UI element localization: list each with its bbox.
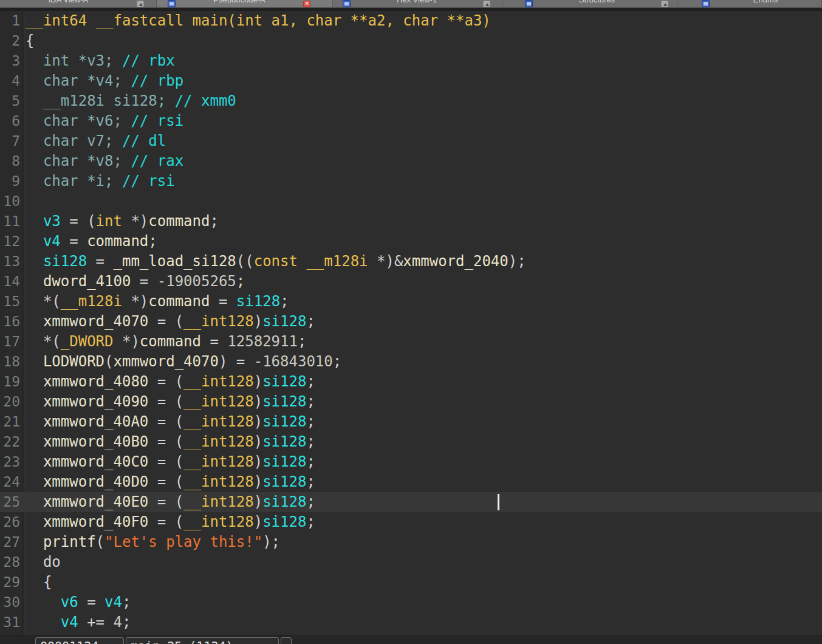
code-line[interactable]: 19 xmmword_4080 = (__int128)si128;: [0, 372, 822, 392]
close-icon[interactable]: [303, 1, 310, 7]
tab-pseudocode-a[interactable]: Pseudocode-A: [157, 0, 333, 8]
code-text: printf("Let's play this!");: [24, 532, 280, 552]
code-text: char v7; // dl: [24, 131, 166, 151]
code-text: xmmword_40E0 = (__int128)si128;: [24, 492, 315, 512]
code-line[interactable]: 20 xmmword_4090 = (__int128)si128;: [0, 392, 822, 412]
code-text: [24, 191, 26, 211]
line-number: 8: [0, 151, 24, 171]
line-number: 30: [0, 592, 24, 612]
code-line[interactable]: 30 v6 = v4;: [0, 592, 822, 612]
code-text: {: [24, 31, 34, 51]
code-line[interactable]: 22 xmmword_40B0 = (__int128)si128;: [0, 432, 822, 452]
line-number: 22: [0, 432, 24, 452]
tab-label: Structures: [533, 0, 661, 8]
code-line[interactable]: 9 char *i; // rsi: [0, 171, 822, 191]
code-text: char *i; // rsi: [24, 171, 175, 191]
status-address: 00001124: [35, 637, 124, 644]
code-text: xmmword_40F0 = (__int128)si128;: [24, 512, 315, 532]
code-text: xmmword_40A0 = (__int128)si128;: [24, 412, 315, 432]
line-number: 31: [0, 612, 24, 632]
code-text: *(__m128i *)command = si128;: [24, 292, 289, 312]
code-line[interactable]: 23 xmmword_40C0 = (__int128)si128;: [0, 452, 822, 472]
status-bar: 00001124 main:25 (1124): [0, 635, 822, 644]
code-line[interactable]: 15 *(__m128i *)command = si128;: [0, 292, 822, 312]
code-line[interactable]: 8 char *v8; // rax: [0, 151, 822, 171]
line-number: 23: [0, 452, 24, 472]
code-text: xmmword_40C0 = (__int128)si128;: [24, 452, 315, 472]
code-line[interactable]: 27 printf("Let's play this!");: [0, 532, 822, 552]
code-text: int *v3; // rbx: [24, 51, 175, 71]
line-number: 29: [0, 572, 24, 592]
code-line[interactable]: 16 xmmword_4070 = (__int128)si128;: [0, 312, 822, 332]
line-number: 6: [0, 111, 24, 131]
line-number: 10: [0, 191, 24, 211]
code-line[interactable]: 13 si128 = _mm_load_si128((const __m128i…: [0, 252, 822, 272]
line-number: 25: [0, 492, 24, 512]
line-number: 14: [0, 272, 24, 292]
line-number: 11: [0, 211, 24, 231]
code-line[interactable]: 10: [0, 191, 822, 211]
line-number: 20: [0, 392, 24, 412]
line-number: 28: [0, 552, 24, 572]
code-text: char *v6; // rsi: [24, 111, 183, 131]
line-number: 17: [0, 332, 24, 352]
code-line[interactable]: 21 xmmword_40A0 = (__int128)si128;: [0, 412, 822, 432]
code-text: char *v8; // rax: [24, 151, 183, 171]
tab-bar-tabs: IDA View-APseudocode-AHex View-1Structur…: [0, 0, 822, 8]
tab-label: Hex View-1: [351, 0, 483, 8]
view-icon: [525, 0, 533, 7]
tab-enums[interactable]: Enums: [677, 0, 822, 8]
code-text: *(_DWORD *)command = 12582911;: [24, 332, 306, 352]
code-line[interactable]: 18 LODWORD(xmmword_4070) = -16843010;: [0, 352, 822, 372]
code-text: v3 = (int *)command;: [24, 211, 219, 231]
code-line[interactable]: 6 char *v6; // rsi: [0, 111, 822, 131]
code-line[interactable]: 5 __m128i si128; // xmm0: [0, 91, 822, 111]
tab-ida-view-a[interactable]: IDA View-A: [0, 0, 157, 8]
code-line[interactable]: 29 {: [0, 572, 822, 592]
line-number: 15: [0, 292, 24, 312]
maximize-icon[interactable]: [661, 1, 668, 7]
code-line[interactable]: 24 xmmword_40D0 = (__int128)si128;: [0, 472, 822, 492]
code-line[interactable]: 25 xmmword_40E0 = (__int128)si128;: [0, 492, 822, 512]
tab-bar: IDA View-APseudocode-AHex View-1Structur…: [0, 0, 822, 8]
tab-structures[interactable]: Structures: [504, 0, 677, 8]
code-text: {: [24, 572, 52, 592]
line-number: 13: [0, 252, 24, 272]
code-text: si128 = _mm_load_si128((const __m128i *)…: [24, 252, 526, 272]
code-line[interactable]: 28 do: [0, 552, 822, 572]
code-text: do: [24, 552, 61, 572]
line-number: 19: [0, 372, 24, 392]
code-text: __m128i si128; // xmm0: [24, 91, 236, 111]
code-line[interactable]: 11 v3 = (int *)command;: [0, 211, 822, 231]
line-number: 1: [0, 11, 24, 31]
status-position: main:25 (1124): [126, 637, 279, 644]
line-number: 18: [0, 352, 24, 372]
code-line[interactable]: 31 v4 += 4;: [0, 612, 822, 632]
maximize-icon[interactable]: [137, 1, 144, 7]
code-text: __int64 __fastcall main(int a1, char **a…: [24, 11, 491, 31]
status-extra: [281, 637, 292, 644]
view-icon: [702, 0, 710, 7]
line-number: 2: [0, 31, 24, 51]
view-icon: [168, 0, 176, 7]
tab-label: Enums: [710, 0, 821, 8]
code-line[interactable]: 2{: [0, 31, 822, 51]
code-line[interactable]: 17 *(_DWORD *)command = 12582911;: [0, 332, 822, 352]
tab-label: IDA View-A: [0, 0, 137, 8]
line-number: 27: [0, 532, 24, 552]
text-cursor: [498, 494, 499, 510]
code-line[interactable]: 26 xmmword_40F0 = (__int128)si128;: [0, 512, 822, 532]
line-number: 9: [0, 171, 24, 191]
code-text: v6 = v4;: [24, 592, 131, 612]
tab-hex-view-1[interactable]: Hex View-1: [333, 0, 504, 8]
code-text: v4 = command;: [24, 231, 157, 252]
pseudocode-editor[interactable]: 1__int64 __fastcall main(int a1, char **…: [0, 11, 822, 644]
code-line[interactable]: 12 v4 = command;: [0, 231, 822, 252]
code-line[interactable]: 14 dword_4100 = -19005265;: [0, 272, 822, 292]
code-line[interactable]: 3 int *v3; // rbx: [0, 51, 822, 71]
code-line[interactable]: 1__int64 __fastcall main(int a1, char **…: [0, 11, 822, 31]
code-text: v4 += 4;: [24, 612, 131, 632]
maximize-icon[interactable]: [483, 1, 490, 7]
code-line[interactable]: 4 char *v4; // rbp: [0, 71, 822, 91]
code-line[interactable]: 7 char v7; // dl: [0, 131, 822, 151]
